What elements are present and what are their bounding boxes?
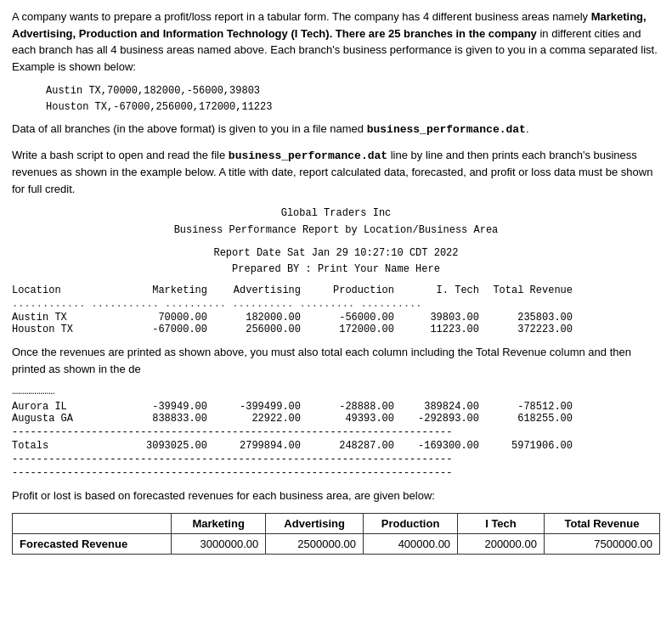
aurora-location: Aurora IL xyxy=(12,401,114,413)
dotted-line-1: ............ ........... .......... ....… xyxy=(12,298,660,310)
forecasted-intro-text: Profit or lost is based on forecasted re… xyxy=(12,489,435,502)
forecasted-table: Marketing Advertising Production I Tech … xyxy=(12,513,660,555)
header-total: Total Revenue xyxy=(479,284,573,296)
code-example: Austin TX,70000,182000,-56000,39803 Hous… xyxy=(46,83,660,115)
houston-production: 172000.00 xyxy=(301,324,394,335)
dashed-line-1: ----------------------------------------… xyxy=(12,426,660,438)
header-location: Location xyxy=(12,284,114,296)
report-row-houston: Houston TX -67000.00 256000.00 172000.00… xyxy=(12,324,660,335)
intro-text-1: A company wants to prepare a profit/loss… xyxy=(12,10,591,23)
augusta-itech: -292893.00 xyxy=(394,413,479,425)
header-production: Production xyxy=(301,284,394,296)
forecasted-col-total: Total Revenue xyxy=(544,513,659,533)
houston-location: Houston TX xyxy=(12,324,114,335)
aurora-total: -78512.00 xyxy=(479,401,573,413)
totals-total: 5971906.00 xyxy=(479,440,573,452)
austin-marketing: 70000.00 xyxy=(114,312,207,324)
austin-itech: 39803.00 xyxy=(394,312,479,324)
header-advertising: Advertising xyxy=(207,284,301,296)
aurora-marketing: -39949.00 xyxy=(114,401,207,413)
austin-total: 235803.00 xyxy=(479,312,573,324)
code-line-1: Austin TX,70000,182000,-56000,39803 xyxy=(46,83,660,99)
forecasted-col-marketing: Marketing xyxy=(172,513,266,533)
austin-location: Austin TX xyxy=(12,312,114,324)
forecasted-intro: Profit or lost is based on forecasted re… xyxy=(12,487,660,504)
aurora-advertising: -399499.00 xyxy=(207,401,301,413)
houston-total: 372223.00 xyxy=(479,324,573,335)
header-marketing: Marketing xyxy=(114,284,207,296)
totals-itech: -169300.00 xyxy=(394,440,479,452)
totals-production: 248287.00 xyxy=(301,440,394,452)
totals-label: Totals xyxy=(12,440,114,452)
intro-paragraph-2: Data of all branches (in the above forma… xyxy=(12,121,660,138)
bottom-row-aurora: Aurora IL -39949.00 -399499.00 -28888.00… xyxy=(12,401,660,413)
report-date-section: Report Date Sat Jan 29 10:27:10 CDT 2022… xyxy=(12,245,660,278)
totals-row: Totals 3093025.00 2799894.00 248287.00 -… xyxy=(12,440,660,452)
augusta-total: 618255.00 xyxy=(479,413,573,425)
aurora-production: -28888.00 xyxy=(301,401,394,413)
intro-paragraph-3: Write a bash script to open and read the… xyxy=(12,147,660,198)
forecasted-row-label: Forecasted Revenue xyxy=(13,533,172,554)
augusta-advertising: 22922.00 xyxy=(207,413,301,425)
augusta-location: Augusta GA xyxy=(12,413,114,425)
aurora-itech: 389824.00 xyxy=(394,401,479,413)
bottom-row-augusta: Augusta GA 838833.00 22922.00 49393.00 -… xyxy=(12,413,660,425)
dots-line: ………………… xyxy=(12,386,660,397)
middle-text: Once the revenues are printed as shown a… xyxy=(12,346,631,375)
forecasted-header-row: Marketing Advertising Production I Tech … xyxy=(13,513,660,533)
forecasted-row-advertising: 2500000.00 xyxy=(266,533,364,554)
houston-itech: 11223.00 xyxy=(394,324,479,335)
intro-text-2b: . xyxy=(526,122,529,135)
report-title-2: Business Performance Report by Location/… xyxy=(12,222,660,239)
forecasted-data-row: Forecasted Revenue 3000000.00 2500000.00… xyxy=(13,533,660,554)
report-date-line: Report Date Sat Jan 29 10:27:10 CDT 2022 xyxy=(12,245,660,262)
intro-text-2a: Data of all branches (in the above forma… xyxy=(12,122,367,135)
augusta-production: 49393.00 xyxy=(301,413,394,425)
forecasted-col-advertising: Advertising xyxy=(266,513,364,533)
forecasted-row-itech: 200000.00 xyxy=(458,533,545,554)
report-prepared-line: Prepared BY : Print Your Name Here xyxy=(12,262,660,278)
bottom-report-section: Aurora IL -39949.00 -399499.00 -28888.00… xyxy=(12,401,660,479)
dashed-line-2: ----------------------------------------… xyxy=(12,453,660,465)
forecasted-col-production: Production xyxy=(364,513,458,533)
intro-bold-2: business_performance.dat xyxy=(367,123,526,136)
intro-paragraph-1: A company wants to prepare a profit/loss… xyxy=(12,8,660,75)
austin-advertising: 182000.00 xyxy=(207,312,301,324)
houston-advertising: 256000.00 xyxy=(207,324,301,335)
forecasted-col-empty xyxy=(13,513,172,533)
header-itech: I. Tech xyxy=(394,284,479,296)
code-line-2: Houston TX,-67000,256000,172000,11223 xyxy=(46,99,660,115)
augusta-marketing: 838833.00 xyxy=(114,413,207,425)
middle-paragraph: Once the revenues are printed as shown a… xyxy=(12,344,660,377)
report-header-row: Location Marketing Advertising Productio… xyxy=(12,284,660,296)
forecasted-col-itech: I Tech xyxy=(458,513,545,533)
forecasted-row-production: 400000.00 xyxy=(364,533,458,554)
forecasted-row-marketing: 3000000.00 xyxy=(172,533,266,554)
intro-bold-3: business_performance.dat xyxy=(229,149,387,162)
forecasted-row-total: 7500000.00 xyxy=(544,533,659,554)
totals-advertising: 2799894.00 xyxy=(207,440,301,452)
report-row-austin: Austin TX 70000.00 182000.00 -56000.00 3… xyxy=(12,312,660,324)
intro-text-3a: Write a bash script to open and read the… xyxy=(12,149,229,161)
report-title: Global Traders Inc Business Performance … xyxy=(12,206,660,238)
dashed-line-3: ----------------------------------------… xyxy=(12,467,660,479)
report-title-1: Global Traders Inc xyxy=(12,206,660,222)
totals-marketing: 3093025.00 xyxy=(114,440,207,452)
austin-production: -56000.00 xyxy=(301,312,394,324)
houston-marketing: -67000.00 xyxy=(114,324,207,335)
